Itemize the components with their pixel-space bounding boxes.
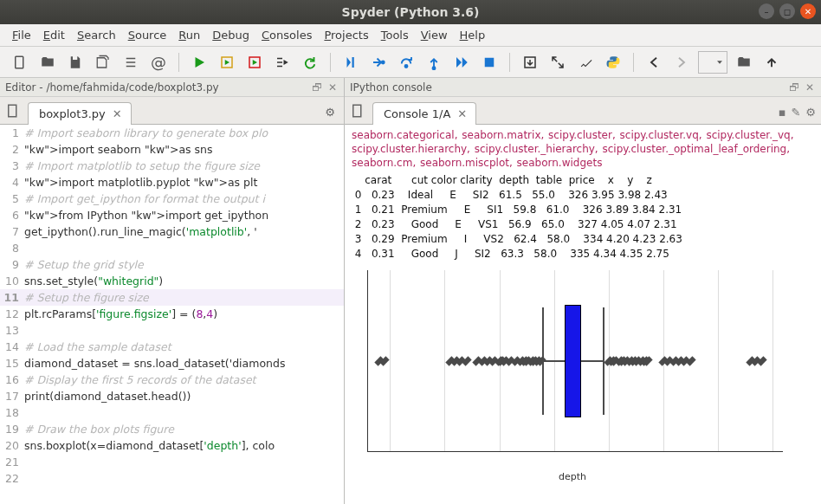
pane-close-icon[interactable]: ✕ <box>804 81 816 94</box>
svg-rect-15 <box>353 105 361 117</box>
code-line[interactable]: 2"kw">import seaborn "kw">as sns <box>0 141 344 158</box>
menu-tools[interactable]: Tools <box>376 27 414 43</box>
editor-pane: Editor - /home/fahmida/code/boxplot3.py … <box>0 78 345 504</box>
code-line[interactable]: 6"kw">from IPython "kw">import get_ipyth… <box>0 207 344 223</box>
console-pane: IPython console 🗗 ✕ Console 1/A ✕ ▪ ✎ ⚙ … <box>345 78 821 504</box>
debug-stop-icon[interactable] <box>478 51 501 74</box>
at-icon[interactable]: @ <box>147 51 170 74</box>
menu-file[interactable]: File <box>7 27 36 43</box>
menu-run[interactable]: Run <box>173 27 205 43</box>
close-button[interactable]: ✕ <box>800 3 816 19</box>
stop-kernel-icon[interactable]: ▪ <box>779 106 786 119</box>
code-line[interactable]: 5# Import get_ipython for format the out… <box>0 191 344 207</box>
parent-dir-icon[interactable] <box>760 51 783 74</box>
save-all-icon[interactable] <box>92 51 114 74</box>
back-icon[interactable] <box>643 51 665 74</box>
code-line[interactable]: 15diamond_dataset = sns.load_dataset('di… <box>0 355 344 372</box>
code-line[interactable]: 14# Load the sample dataset <box>0 339 344 355</box>
code-editor[interactable]: 1# Import seaborn library to generate bo… <box>0 125 344 504</box>
console-pane-title: IPython console <box>350 81 432 94</box>
menu-source[interactable]: Source <box>123 27 172 43</box>
code-line[interactable]: 20sns.boxplot(x=diamond_dataset['depth']… <box>0 437 344 454</box>
code-line[interactable]: 13 <box>0 322 344 339</box>
plot-axes <box>367 270 783 452</box>
menu-help[interactable]: Help <box>455 27 491 43</box>
browse-folder-icon[interactable] <box>733 51 755 74</box>
code-line[interactable]: 10sns.set_style("whitegrid") <box>0 273 344 289</box>
window-title: Spyder (Python 3.6) <box>342 5 480 19</box>
debug-step-icon[interactable] <box>367 51 390 74</box>
menu-debug[interactable]: Debug <box>207 27 255 43</box>
console-browse-icon[interactable] <box>350 103 365 119</box>
run-cell-advance-icon[interactable] <box>243 51 266 74</box>
console-pane-header: IPython console 🗗 ✕ <box>345 78 821 97</box>
main-split: Editor - /home/fahmida/code/boxplot3.py … <box>0 78 821 504</box>
module-import-list: seaborn.categorical, seaborn.matrix, sci… <box>352 128 814 170</box>
tab-boxplot3[interactable]: boxplot3.py ✕ <box>28 102 132 125</box>
menu-consoles[interactable]: Consoles <box>256 27 317 43</box>
code-line[interactable]: 22 <box>0 470 344 487</box>
debug-continue-icon[interactable] <box>450 51 473 74</box>
code-line[interactable]: 7get_ipython().run_line_magic('matplotli… <box>0 223 344 240</box>
tab-label: boxplot3.py <box>39 107 106 120</box>
file-browse-icon[interactable] <box>5 103 21 119</box>
code-line[interactable]: 18 <box>0 404 344 421</box>
menu-search[interactable]: Search <box>72 27 121 43</box>
editor-pane-header: Editor - /home/fahmida/code/boxplot3.py … <box>0 78 344 97</box>
debug-step-out-icon[interactable] <box>423 51 445 74</box>
import-data-icon[interactable] <box>519 51 541 74</box>
editor-options-icon[interactable]: ⚙ <box>325 106 335 119</box>
svg-rect-14 <box>9 105 16 117</box>
svg-rect-0 <box>16 56 23 68</box>
new-file-icon[interactable] <box>9 51 31 74</box>
debug-step-over-icon[interactable] <box>395 51 417 74</box>
tab-console-1a[interactable]: Console 1/A ✕ <box>372 102 476 125</box>
menu-view[interactable]: View <box>416 27 453 43</box>
code-line[interactable]: 8 <box>0 240 344 256</box>
console-output[interactable]: seaborn.categorical, seaborn.matrix, sci… <box>345 125 821 504</box>
rerun-icon[interactable] <box>299 51 321 74</box>
clear-console-icon[interactable]: ✎ <box>791 106 800 119</box>
maximize-pane-icon[interactable] <box>546 51 569 74</box>
svg-point-9 <box>382 61 385 63</box>
code-line[interactable]: 4"kw">import matplotlib.pyplot "kw">as p… <box>0 174 344 191</box>
code-line[interactable]: 12plt.rcParams['figure.figsize'] = (8,4) <box>0 306 344 322</box>
preferences-icon[interactable] <box>574 51 597 74</box>
window-titlebar: Spyder (Python 3.6) – ◻ ✕ <box>0 0 821 24</box>
code-line[interactable]: 11# Setup the figure size <box>0 289 344 306</box>
list-icon[interactable] <box>120 51 142 74</box>
code-line[interactable]: 19# Draw the box plots figure <box>0 421 344 437</box>
code-line[interactable]: 21 <box>0 454 344 470</box>
pane-restore-icon[interactable]: 🗗 <box>788 81 800 94</box>
python-icon[interactable] <box>602 51 624 74</box>
menu-edit[interactable]: Edit <box>38 27 70 43</box>
minimize-button[interactable]: – <box>759 3 774 19</box>
svg-rect-12 <box>485 57 495 67</box>
open-folder-icon[interactable] <box>36 51 59 74</box>
dataframe-head-output: carat cut color clarity depth table pric… <box>352 173 814 262</box>
tab-close-icon[interactable]: ✕ <box>113 107 122 120</box>
debug-step-into-icon[interactable] <box>339 51 362 74</box>
window-controls: – ◻ ✕ <box>759 3 816 19</box>
run-icon[interactable] <box>188 51 210 74</box>
run-selection-icon[interactable] <box>271 51 294 74</box>
cwd-dropdown[interactable] <box>698 51 727 74</box>
pane-close-icon[interactable]: ✕ <box>326 81 339 94</box>
x-axis-label: depth <box>352 471 793 482</box>
run-cell-icon[interactable] <box>216 51 238 74</box>
menu-projects[interactable]: Projects <box>319 27 373 43</box>
code-line[interactable]: 16# Display the first 5 records of the d… <box>0 372 344 388</box>
maximize-button[interactable]: ◻ <box>779 3 795 19</box>
tab-close-icon[interactable]: ✕ <box>457 107 467 120</box>
editor-tabs: boxplot3.py ✕ ⚙ <box>0 97 344 125</box>
console-options-icon[interactable]: ⚙ <box>805 106 816 119</box>
forward-icon[interactable] <box>670 51 693 74</box>
code-line[interactable]: 9# Setup the grid style <box>0 256 344 273</box>
code-line[interactable]: 17print(diamond_dataset.head()) <box>0 388 344 404</box>
svg-point-10 <box>405 65 408 68</box>
code-line[interactable]: 1# Import seaborn library to generate bo… <box>0 125 344 141</box>
save-icon[interactable] <box>64 51 87 74</box>
code-line[interactable]: 3# Import matplotlib to setup the figure… <box>0 158 344 174</box>
editor-pane-title: Editor - /home/fahmida/code/boxplot3.py <box>5 81 219 94</box>
pane-restore-icon[interactable]: 🗗 <box>311 81 323 94</box>
